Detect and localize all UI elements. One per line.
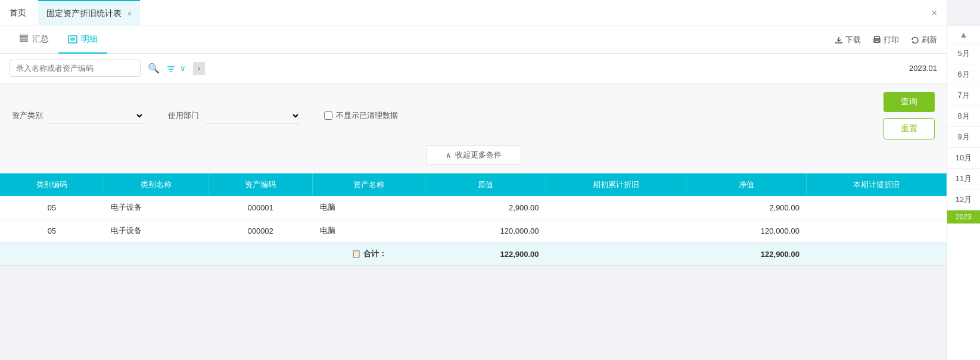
total-current-depreciation: [807, 243, 947, 266]
list-icon: [68, 35, 77, 44]
col-accumulated-depreciation: 期初累计折旧: [546, 173, 686, 196]
search-input[interactable]: [10, 60, 141, 77]
col-category-name: 类别名称: [104, 173, 208, 196]
cell-category-code: 05: [0, 219, 104, 243]
cell-net-value: 120,000.00: [686, 219, 807, 243]
hide-cleared-filter: 不显示已清理数据: [324, 110, 398, 121]
svg-rect-9: [875, 41, 879, 42]
svg-rect-3: [69, 36, 77, 43]
download-icon: [835, 36, 843, 44]
data-table-wrapper: 类别编码 类别名称 资产编码 资产名称 原值 期初累计折旧 净值 本期计提折旧 …: [0, 173, 947, 266]
asset-type-select[interactable]: [49, 108, 144, 123]
table-row: 05 电子设备 000002 电脑 120,000.00 120,000.00: [0, 219, 947, 243]
toolbar-right: 下载 打印 刷新: [835, 35, 937, 45]
detail-tab-label: 明细: [81, 34, 98, 45]
col-current-depreciation: 本期计提折旧: [807, 173, 947, 196]
tab-summary[interactable]: 汇总: [10, 26, 58, 54]
month-10[interactable]: 10月: [947, 148, 980, 169]
cell-original-value: 120,000.00: [425, 219, 546, 243]
refresh-button[interactable]: 刷新: [911, 35, 937, 45]
tab-detail[interactable]: 明细: [58, 26, 107, 54]
department-label: 使用部门: [168, 110, 199, 121]
cell-original-value: 2,900.00: [425, 196, 546, 219]
col-net-value: 净值: [686, 173, 807, 196]
collapse-filter-button[interactable]: ∧ 收起更多条件: [426, 145, 521, 165]
table-header-row: 类别编码 类别名称 资产编码 资产名称 原值 期初累计折旧 净值 本期计提折旧: [0, 173, 947, 196]
month-scroll-up[interactable]: ▲: [947, 26, 980, 44]
tab-close-icon[interactable]: ×: [127, 10, 132, 18]
cell-current-depreciation: [807, 196, 947, 219]
month-5[interactable]: 5月: [947, 44, 980, 64]
svg-rect-0: [20, 38, 27, 39]
month-11[interactable]: 11月: [947, 169, 980, 190]
cell-net-value: 2,900.00: [686, 196, 807, 219]
tab-label: 固定资产折旧统计表: [46, 8, 122, 19]
cell-asset-code: 000001: [208, 196, 312, 219]
month-9[interactable]: 9月: [947, 127, 980, 148]
search-bar: 🔍 ∨ › 2023.01: [0, 54, 947, 83]
total-accumulated-depreciation: [546, 243, 686, 266]
chevron-up-icon: ∧: [446, 151, 452, 160]
expand-date-panel-button[interactable]: ›: [193, 62, 205, 75]
table-total-row: 📋合计： 122,900.00 122,900.00: [0, 243, 947, 266]
total-label-cell: [0, 243, 313, 266]
cell-asset-name: 电脑: [313, 219, 425, 243]
total-original-value: 122,900.00: [425, 243, 546, 266]
filter-actions: 查询 重置: [883, 92, 935, 139]
col-asset-name: 资产名称: [313, 173, 425, 196]
query-button[interactable]: 查询: [883, 92, 935, 112]
more-filter-button[interactable]: ∨: [167, 64, 186, 73]
cell-accumulated-depreciation: [546, 196, 686, 219]
cell-asset-name: 电脑: [313, 196, 425, 219]
total-label: 📋合计：: [313, 243, 425, 266]
date-label: 2023.01: [909, 64, 937, 73]
cell-category-name: 电子设备: [104, 219, 208, 243]
filter-area: 资产类别 使用部门 不显示已清理数据 查询 重置 ∧: [0, 83, 947, 173]
cell-current-depreciation: [807, 219, 947, 243]
svg-rect-2: [20, 35, 27, 37]
month-8[interactable]: 8月: [947, 106, 980, 127]
summary-tab-label: 汇总: [32, 34, 49, 45]
filter-icon: [167, 64, 175, 73]
col-category-code: 类别编码: [0, 173, 104, 196]
asset-type-label: 资产类别: [12, 110, 43, 121]
total-net-value: 122,900.00: [686, 243, 807, 266]
month-6[interactable]: 6月: [947, 64, 980, 85]
table-row: 05 电子设备 000001 电脑 2,900.00 2,900.00: [0, 196, 947, 219]
data-table: 类别编码 类别名称 资产编码 资产名称 原值 期初累计折旧 净值 本期计提折旧 …: [0, 173, 947, 266]
year-badge[interactable]: 2023: [947, 210, 980, 224]
department-select[interactable]: [205, 108, 300, 123]
cell-asset-code: 000002: [208, 219, 312, 243]
download-button[interactable]: 下载: [835, 35, 861, 45]
window-close-icon[interactable]: ×: [932, 8, 937, 18]
layers-icon: [19, 35, 29, 44]
month-12[interactable]: 12月: [947, 190, 980, 210]
search-icon[interactable]: 🔍: [148, 63, 160, 74]
right-month-panel: ▲ 5月 6月 7月 8月 9月 10月 11月 12月 2023: [947, 26, 980, 360]
active-tab[interactable]: 固定资产折旧统计表 ×: [38, 0, 140, 26]
svg-rect-1: [20, 40, 27, 42]
col-original-value: 原值: [425, 173, 546, 196]
print-button[interactable]: 打印: [873, 35, 899, 45]
col-asset-code: 资产编码: [208, 173, 312, 196]
cell-category-name: 电子设备: [104, 196, 208, 219]
chevron-down-icon: ∨: [180, 64, 186, 73]
month-7[interactable]: 7月: [947, 85, 980, 106]
cell-category-code: 05: [0, 196, 104, 219]
hide-cleared-label: 不显示已清理数据: [336, 110, 398, 121]
asset-type-filter: 资产类别: [12, 108, 144, 123]
reset-button[interactable]: 重置: [883, 118, 935, 139]
print-icon: [873, 36, 881, 44]
refresh-icon: [911, 36, 919, 44]
department-filter: 使用部门: [168, 108, 300, 123]
hide-cleared-checkbox[interactable]: [324, 111, 332, 120]
sub-tabs-bar: 汇总 明细 下载: [0, 26, 947, 54]
home-nav[interactable]: 首页: [10, 8, 26, 18]
cell-accumulated-depreciation: [546, 219, 686, 243]
